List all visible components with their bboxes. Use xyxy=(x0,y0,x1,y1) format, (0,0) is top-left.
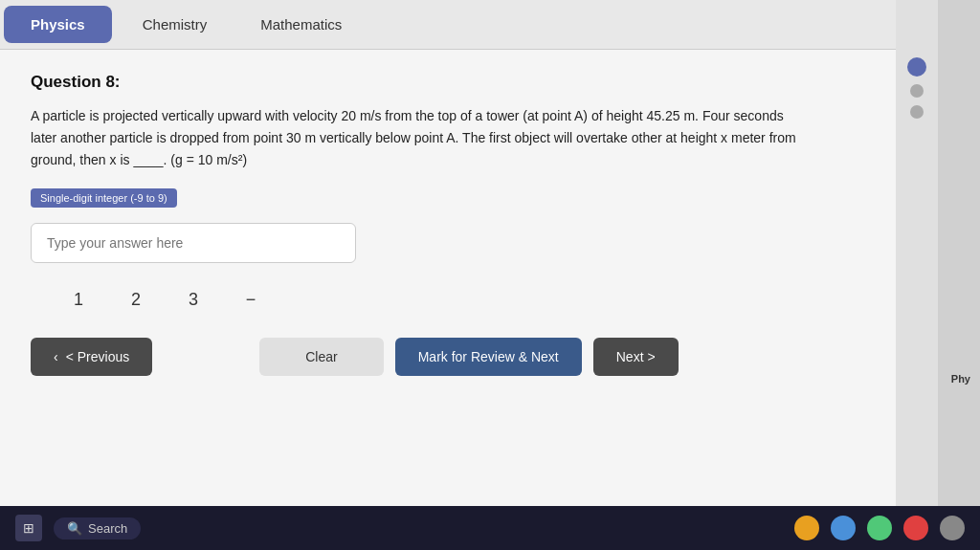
sidebar-dot-2 xyxy=(910,105,924,119)
numpad-key-3[interactable]: 3 xyxy=(174,282,212,317)
taskbar-app-3[interactable] xyxy=(867,516,892,540)
numpad-key-1[interactable]: 1 xyxy=(59,282,98,317)
clear-button[interactable]: Clear xyxy=(259,338,383,376)
start-icon[interactable]: ⊞ xyxy=(15,515,42,541)
mark-review-button[interactable]: Mark for Review & Next xyxy=(395,338,582,376)
content-area: Question 8: A particle is projected vert… xyxy=(0,50,938,395)
next-button[interactable]: Next > xyxy=(593,338,679,376)
previous-button[interactable]: ‹ < Previous xyxy=(31,338,152,376)
search-label: Search xyxy=(88,521,127,536)
tab-physics[interactable]: Physics xyxy=(4,6,112,43)
tab-chemistry[interactable]: Chemistry xyxy=(116,0,234,49)
right-subject-label: Phy xyxy=(951,373,970,385)
tab-mathematics[interactable]: Mathematics xyxy=(234,0,368,49)
taskbar-app-1[interactable] xyxy=(794,516,819,540)
taskbar-search[interactable]: 🔍 Search xyxy=(54,517,141,539)
taskbar-app-4[interactable] xyxy=(903,516,928,540)
question-text: A particle is projected vertically upwar… xyxy=(31,105,796,171)
answer-input[interactable] xyxy=(31,223,356,263)
taskbar-app-2[interactable] xyxy=(831,516,856,540)
sidebar-dot-1 xyxy=(910,84,924,98)
taskbar-app-5[interactable] xyxy=(940,516,965,540)
tab-bar: Physics Chemistry Mathematics xyxy=(0,0,938,50)
chevron-left-icon: ‹ xyxy=(54,349,58,364)
sidebar-dot-active xyxy=(907,57,926,77)
question-badge: Single-digit integer (-9 to 9) xyxy=(31,188,177,208)
question-title: Question 8: xyxy=(31,73,907,92)
taskbar: ⊞ 🔍 Search xyxy=(0,506,980,550)
action-buttons: ‹ < Previous Clear Mark for Review & Nex… xyxy=(31,338,907,376)
numpad: 1 2 3 − xyxy=(31,282,907,317)
search-icon: 🔍 xyxy=(67,521,82,536)
main-content-area: Physics Chemistry Mathematics Question 8… xyxy=(0,0,938,517)
right-sidebar xyxy=(896,0,938,517)
numpad-key-2[interactable]: 2 xyxy=(117,282,155,317)
numpad-key-minus[interactable]: − xyxy=(232,282,270,317)
